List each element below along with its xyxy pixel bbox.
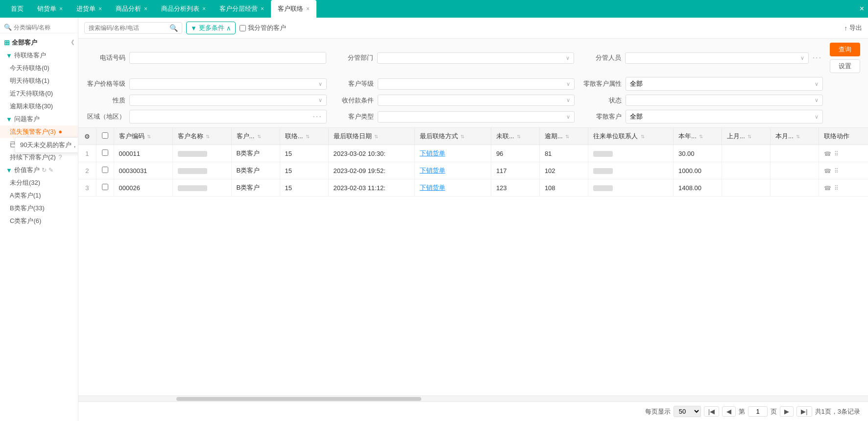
filter-zero-attr-select[interactable]: 全部 ∨: [626, 77, 823, 91]
row-action[interactable]: ☎ ⠿: [819, 179, 868, 197]
horizontal-scrollbar[interactable]: [78, 396, 868, 401]
select-all-checkbox[interactable]: [102, 132, 108, 139]
sidebar-collapse-btn[interactable]: 《: [68, 39, 74, 47]
filter-customer-level-select[interactable]: ∨: [378, 78, 575, 90]
contact-method-link[interactable]: 下销货单: [420, 149, 445, 157]
action-more-icon[interactable]: ⠿: [834, 150, 839, 157]
chevron-down-icon: ∨: [566, 55, 570, 61]
sidebar-item-c-class[interactable]: C类客户(6): [0, 215, 78, 227]
sidebar-item-tomorrow[interactable]: 明天待联络(1): [0, 74, 78, 87]
tab-sales[interactable]: 销货单 ×: [30, 0, 70, 18]
sort-icon-contact[interactable]: ⇅: [306, 134, 310, 139]
export-btn[interactable]: ↑ 导出: [844, 24, 863, 32]
my-customers-checkbox[interactable]: [240, 25, 246, 31]
sidebar-item-overdue[interactable]: 逾期未联络(30): [0, 100, 78, 113]
filter-dept-select[interactable]: ∨: [377, 52, 574, 64]
sort-icon-tmonth[interactable]: ⇅: [796, 134, 800, 139]
sidebar-item-a-class[interactable]: A类客户(1): [0, 189, 78, 202]
filter-price-level-select[interactable]: ∨: [129, 78, 327, 90]
tab-home[interactable]: 首页: [4, 0, 30, 18]
search-icon-btn[interactable]: 🔍: [169, 24, 178, 32]
sort-icon-year[interactable]: ⇅: [699, 134, 703, 139]
th-customer-name-label: 客户名称: [178, 132, 203, 140]
sidebar-search-input[interactable]: [14, 24, 74, 31]
tab-product-list[interactable]: 商品分析列表 ×: [154, 0, 213, 18]
settings-btn[interactable]: 设置: [830, 59, 860, 73]
close-window-btn[interactable]: ×: [860, 4, 864, 13]
row-last-contact-method[interactable]: 下销货单: [414, 179, 491, 197]
sort-icon-method[interactable]: ⇅: [460, 134, 464, 139]
table-settings-icon[interactable]: ⚙: [84, 133, 90, 140]
sidebar-item-7days[interactable]: 近7天待联络(0): [0, 87, 78, 100]
filter-gender-select[interactable]: ∨: [129, 95, 327, 106]
contact-method-link[interactable]: 下销货单: [420, 167, 445, 174]
prev-page-btn[interactable]: ◀: [722, 406, 736, 417]
tab-product-analysis[interactable]: 商品分析 ×: [109, 0, 154, 18]
tab-product-list-close[interactable]: ×: [202, 5, 206, 12]
filter-payment-select[interactable]: ∨: [378, 95, 575, 106]
filter-phone-input[interactable]: [129, 52, 326, 64]
action-contact-icon[interactable]: ☎: [824, 185, 831, 192]
sidebar: 🔍 ⊞ 全部客户 《 ▼ 待联络客户 今天待联络(0) 明天待联络(1) 近7天…: [0, 18, 78, 421]
tab-purchase-close[interactable]: ×: [98, 5, 102, 12]
sort-icon-date[interactable]: ⇅: [374, 134, 378, 139]
sort-icon-overdue[interactable]: ⇅: [565, 134, 569, 139]
query-btn[interactable]: 查询: [830, 43, 860, 56]
sidebar-group-problem[interactable]: ▼ 问题客户 90天未交易的客户，可能有流失风险。: [0, 113, 78, 125]
action-more-icon[interactable]: ⠿: [834, 168, 839, 174]
next-page-btn[interactable]: ▶: [780, 406, 794, 417]
search-input[interactable]: [89, 25, 169, 31]
sidebar-item-ungrouped[interactable]: 未分组(32): [0, 176, 78, 189]
sidebar-item-today[interactable]: 今天待联络(0): [0, 62, 78, 74]
sidebar-item-churn-warning[interactable]: 流失预警客户(3) ●: [0, 125, 78, 138]
row-checkbox[interactable]: [96, 145, 114, 162]
row-checkbox[interactable]: [96, 162, 114, 179]
region-more-icon[interactable]: ···: [313, 112, 322, 121]
action-contact-icon[interactable]: ☎: [824, 168, 831, 174]
tab-purchase-label: 进货单: [76, 4, 96, 13]
action-contact-icon[interactable]: ☎: [824, 150, 831, 157]
scrollbar-thumb[interactable]: [176, 397, 421, 401]
row-action[interactable]: ☎ ⠿: [819, 145, 868, 162]
contact-method-link[interactable]: 下销货单: [420, 184, 445, 191]
row-num: 1: [78, 145, 96, 162]
sort-icon-uncontacted[interactable]: ⇅: [517, 134, 521, 139]
tab-customer-tier-close[interactable]: ×: [261, 5, 264, 12]
last-page-btn[interactable]: ▶|: [796, 406, 812, 417]
sort-icon-lmonth[interactable]: ⇅: [747, 134, 751, 139]
filter-status-select[interactable]: ∨: [626, 95, 823, 106]
tab-product-analysis-close[interactable]: ×: [144, 5, 147, 12]
row-last-contact-method[interactable]: 下销货单: [414, 162, 491, 179]
manager-more-icon[interactable]: ···: [813, 53, 822, 62]
th-settings[interactable]: ⚙: [78, 128, 96, 145]
sort-icon-name[interactable]: ⇅: [206, 134, 210, 139]
tab-customer-contact-close[interactable]: ×: [306, 5, 310, 12]
sort-icon-type[interactable]: ⇅: [257, 134, 261, 139]
tab-sales-close[interactable]: ×: [59, 5, 63, 12]
action-more-icon[interactable]: ⠿: [834, 185, 839, 192]
filter-region-select[interactable]: ···: [129, 110, 327, 124]
edit-icon[interactable]: ✎: [48, 167, 53, 173]
per-page-select[interactable]: 50 20 100: [674, 406, 701, 417]
row-last-contact-method[interactable]: 下销货单: [414, 145, 491, 162]
sort-icon-code[interactable]: ⇅: [147, 134, 151, 139]
filter-customer-type-select[interactable]: ∨: [378, 111, 575, 123]
sidebar-group-value[interactable]: ▼ 价值客户 ↻ ✎: [0, 164, 78, 176]
sidebar-item-b-class[interactable]: B类客户(33): [0, 202, 78, 215]
sort-icon-unit[interactable]: ⇅: [641, 134, 645, 139]
tab-customer-tier[interactable]: 客户分层经营 ×: [213, 0, 271, 18]
tab-purchase[interactable]: 进货单 ×: [70, 0, 109, 18]
first-page-btn[interactable]: |◀: [704, 406, 719, 417]
th-this-year: 本年... ⇅: [673, 128, 722, 145]
filter-manager-select[interactable]: ∨: [625, 52, 809, 64]
sidebar-group-pending[interactable]: ▼ 待联络客户: [0, 49, 78, 62]
sidebar-root[interactable]: ⊞ 全部客户 《: [0, 36, 78, 49]
th-checkbox[interactable]: [96, 128, 114, 145]
refresh-icon[interactable]: ↻: [42, 167, 47, 173]
row-checkbox[interactable]: [96, 179, 114, 197]
filter-btn[interactable]: ▼ 更多条件 ∧: [186, 22, 236, 34]
tab-customer-contact[interactable]: 客户联络 ×: [271, 0, 316, 18]
filter-zero-customer-select[interactable]: 全部 ∨: [626, 110, 823, 124]
row-action[interactable]: ☎ ⠿: [819, 162, 868, 179]
page-input[interactable]: [748, 406, 768, 417]
